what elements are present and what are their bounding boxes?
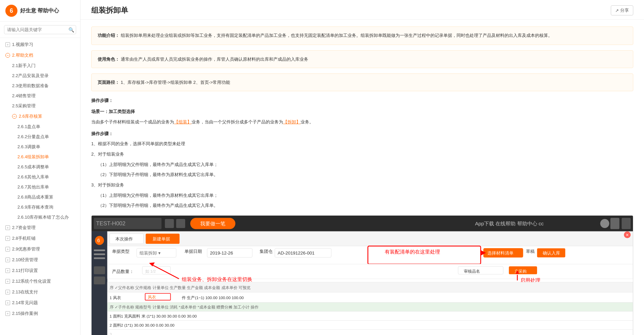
svg-text:组装拆卸 ▾: 组装拆卸 ▾ bbox=[140, 250, 161, 256]
sidebar-item-2-12[interactable]: + 2.12系统个性化设置 bbox=[0, 276, 80, 287]
svg-rect-4 bbox=[165, 219, 174, 228]
step2: 2、对于组装业务 bbox=[91, 150, 633, 159]
svg-text:1   风衣: 1 风衣 bbox=[110, 295, 121, 300]
sidebar-sub-item-2-3[interactable]: 2.3使用前数据准备 bbox=[0, 81, 80, 91]
sidebar-item-label: 2.帮助文档 bbox=[12, 52, 33, 58]
sub-item-label: 2.4销售管理 bbox=[12, 93, 36, 98]
svg-text:2019-12-26: 2019-12-26 bbox=[210, 250, 233, 256]
content-body: 功能介绍： 组装拆卸单用来处理企业组装或拆卸等加工业务，支持有固定装配清单的产品… bbox=[80, 20, 644, 335]
sidebar-item-label: 2.9优惠券管理 bbox=[12, 246, 40, 252]
svg-text:我要做一笔: 我要做一笔 bbox=[200, 221, 225, 226]
sidebar-item-2-6[interactable]: − 2.6库存核算 bbox=[0, 111, 80, 122]
sidebar-sub-item-2-6-2[interactable]: 2.6.2分量盘点单 bbox=[0, 132, 80, 142]
sidebar: 6 好生意 帮助中心 🔍 + 1.视频学习 − 2.帮助文档 2.1新手入门 2… bbox=[0, 0, 80, 335]
sidebar-sub-item-2-5[interactable]: 2.5采购管理 bbox=[0, 101, 80, 111]
sidebar-sub-item-2-6-6[interactable]: 2.6.6其他入库单 bbox=[0, 172, 80, 182]
expand-icon-2-13: + bbox=[5, 290, 10, 294]
sidebar-item-2-14[interactable]: + 2.14常见问题 bbox=[0, 297, 80, 308]
sidebar-item-2-8[interactable]: + 2.8手机旺铺 bbox=[0, 233, 80, 244]
sidebar-sub-item-2-6-4[interactable]: 2.6.4组装拆卸单 bbox=[0, 152, 80, 162]
svg-rect-16 bbox=[94, 254, 105, 255]
svg-text:AD-20191226-001: AD-20191226-001 bbox=[278, 250, 315, 256]
expand-icon-2-15: + bbox=[5, 311, 10, 316]
share-button[interactable]: ↗ 分享 bbox=[611, 5, 633, 15]
svg-text:序  ✓父件名称   父件规格   计量单位   生产数量 : 序 ✓父件名称 父件规格 计量单位 生产数量 生产金额 成本金额 成本单价 可预… bbox=[110, 285, 251, 290]
search-input[interactable] bbox=[4, 25, 76, 34]
sidebar-sub-item-2-6-5[interactable]: 2.6.5成本调整单 bbox=[0, 162, 80, 172]
svg-rect-5 bbox=[176, 219, 185, 228]
sidebar-sub-item-2-1[interactable]: 2.1新手入门 bbox=[0, 61, 80, 71]
step1: 1、根据不同的业务，选择不同单据的类型来处理 bbox=[91, 140, 633, 148]
role-block: 使用角色： 通常由生产人员或库管人员完成拆装业务的操作，库管人员确认原材料的出库… bbox=[91, 50, 633, 68]
step3-1: （1）上部明细为父件明细，最终作为原材料生成其它出库单； bbox=[98, 191, 633, 200]
sub-item-label: 2.6.7其他出库单 bbox=[17, 184, 49, 189]
svg-rect-19 bbox=[94, 277, 105, 285]
screenshot-inner: TEST-H002 我要做一笔 App下载 在线帮助 帮助中心 cc 6 bbox=[92, 216, 633, 335]
ops-steps-label: 操作步骤： bbox=[91, 131, 113, 136]
sidebar-sub-item-2-6-9[interactable]: 2.6.9库存账本查询 bbox=[0, 202, 80, 212]
sidebar-item-label: 2.12系统个性化设置 bbox=[12, 278, 51, 284]
nav-section: + 1.视频学习 − 2.帮助文档 2.1新手入门 2.2产品安装及登录 2.3… bbox=[0, 38, 80, 320]
expand-icon-2-12: + bbox=[5, 279, 10, 284]
svg-text:有装配清单的在这里处理: 有装配清单的在这里处理 bbox=[385, 249, 440, 255]
svg-text:1   面料1      克风面料    米    (1*1: 1 面料1 克风面料 米 (1*1) 30.00 30.00 0.00 30.0… bbox=[110, 314, 197, 318]
sidebar-sub-item-2-6-8[interactable]: 2.6.8商品成本重算 bbox=[0, 192, 80, 202]
step3: 3、对于拆卸业务 bbox=[91, 181, 633, 189]
sidebar-item-label: 2.14常见问题 bbox=[12, 300, 38, 306]
intro-block: 功能介绍： 组装拆卸单用来处理企业组装或拆卸等加工业务，支持有固定装配清单的产品… bbox=[91, 26, 633, 45]
svg-rect-10 bbox=[610, 218, 620, 229]
sub-item-label: 2.6.3调拨单 bbox=[17, 144, 40, 149]
sidebar-sub-item-2-4[interactable]: 2.4销售管理 bbox=[0, 91, 80, 101]
sidebar-item-label: 2.6库存核算 bbox=[19, 113, 42, 119]
sidebar-item-2-15[interactable]: + 2.15操作案例 bbox=[0, 308, 80, 319]
expand-icon-2-14: + bbox=[5, 300, 10, 305]
sidebar-item-videos[interactable]: + 1.视频学习 bbox=[0, 39, 80, 50]
sidebar-item-2-9[interactable]: + 2.9优惠券管理 bbox=[0, 244, 80, 255]
sidebar-sub-item-2-2[interactable]: 2.2产品安装及登录 bbox=[0, 71, 80, 81]
search-button[interactable]: 🔍 bbox=[68, 27, 74, 33]
svg-rect-69 bbox=[107, 321, 633, 330]
role-text: 通常由生产人员或库管人员完成拆装业务的操作，库管人员确认原材料的出库和产成品的入… bbox=[121, 57, 308, 62]
expand-icon-2-11: + bbox=[5, 268, 10, 273]
sub-item-label: 2.6.1盘点单 bbox=[17, 124, 40, 129]
svg-text:草稿: 草稿 bbox=[526, 249, 535, 254]
svg-rect-21 bbox=[107, 231, 633, 246]
sub-item-label: 2.6.6其他入库单 bbox=[17, 174, 49, 179]
svg-text:产品数量：: 产品数量： bbox=[112, 269, 134, 274]
svg-text:本次操作: 本次操作 bbox=[115, 236, 133, 241]
sub-item-label: 2.2产品安装及登录 bbox=[12, 73, 49, 78]
sidebar-sub-item-2-6-3[interactable]: 2.6.3调拨单 bbox=[0, 142, 80, 152]
search-wrapper: 🔍 bbox=[4, 25, 76, 34]
sub-item-label: 2.6.5成本调整单 bbox=[17, 164, 49, 169]
path-text: 1、库存核算->库存管理->组装拆卸单 2、首页->常用功能 bbox=[121, 80, 230, 85]
svg-text:✕: ✕ bbox=[626, 233, 629, 237]
scene1-desc: 当由多个子件材料组装成一个成品的业务为【组装】业务，当由一个父件拆分成多个子产品… bbox=[91, 119, 314, 124]
sub-item-label: 2.6.8商品成本重算 bbox=[17, 194, 53, 200]
intro-label-text: 功能介绍： bbox=[98, 33, 119, 38]
sidebar-item-label: 2.7资金管理 bbox=[12, 225, 36, 231]
sidebar-item-label: 2.11打印设置 bbox=[12, 268, 38, 274]
sidebar-item-2-13[interactable]: + 2.13在线支付 bbox=[0, 287, 80, 297]
logo-icon: 6 bbox=[5, 5, 17, 17]
share-icon: ↗ bbox=[615, 8, 619, 13]
logo-area: 6 好生意 帮助中心 bbox=[0, 0, 80, 22]
sidebar-sub-item-2-6-1[interactable]: 2.6.1盘点单 bbox=[0, 122, 80, 132]
sidebar-item-docs[interactable]: − 2.帮助文档 bbox=[0, 50, 80, 61]
sub-item-label: 2.6.9库存账本查询 bbox=[17, 205, 53, 210]
sidebar-item-2-11[interactable]: + 2.11打印设置 bbox=[0, 265, 80, 276]
sidebar-sub-item-2-6-10[interactable]: 2.6.10库存账本错了怎么办 bbox=[0, 212, 80, 222]
svg-text:3: 3 bbox=[110, 332, 112, 335]
collapse-icon-2-6: − bbox=[12, 114, 17, 119]
expand-icon: + bbox=[5, 42, 10, 47]
sidebar-item-2-10[interactable]: + 2.10经营管理 bbox=[0, 255, 80, 265]
sub-item-label: 2.1新手入门 bbox=[12, 63, 36, 68]
svg-rect-18 bbox=[94, 266, 105, 274]
sidebar-sub-item-2-6-7[interactable]: 2.6.7其他出库单 bbox=[0, 182, 80, 192]
sidebar-item-2-7[interactable]: + 2.7资金管理 bbox=[0, 222, 80, 233]
svg-rect-17 bbox=[94, 257, 105, 259]
expand-icon-2-8: + bbox=[5, 236, 10, 241]
screenshot-svg: TEST-H002 我要做一笔 App下载 在线帮助 帮助中心 cc 6 bbox=[92, 216, 633, 335]
svg-text:2   面料2      (1*1)   30.00   3: 2 面料2 (1*1) 30.00 30.00 0.00 30.00 bbox=[110, 323, 175, 327]
sidebar-item-label: 1.视频学习 bbox=[12, 42, 33, 48]
sidebar-item-label: 2.10经营管理 bbox=[12, 257, 38, 263]
